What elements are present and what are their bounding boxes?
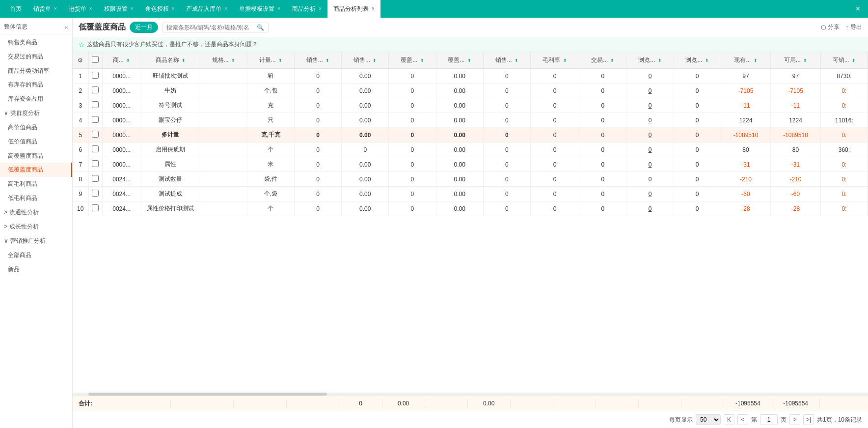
select-all-checkbox[interactable] — [92, 56, 99, 63]
nav-product-analysis-list-close[interactable]: × — [372, 0, 375, 18]
nav-sales[interactable]: 销货单 × — [27, 0, 63, 18]
row-browse1[interactable]: 0 — [626, 172, 674, 187]
nav-product-in-close[interactable]: × — [224, 0, 227, 18]
sidebar-collapse-btn[interactable]: « — [64, 23, 68, 31]
sidebar-item-category-rate[interactable]: 商品分类动销率 — [0, 64, 72, 78]
th-code[interactable]: 商... ⬍ — [102, 52, 141, 69]
sidebar-section-growth-analysis[interactable]: > 成长性分析 — [0, 220, 72, 234]
browse1-link[interactable]: 0 — [649, 205, 652, 212]
sidebar-section-marketing-analysis[interactable]: ∨ 营销推广分析 — [0, 234, 72, 248]
sidebar-item-high-value[interactable]: 高价值商品 — [0, 120, 72, 135]
page-number-input[interactable] — [760, 414, 778, 425]
share-button[interactable]: ⬡ 分享 — [821, 23, 840, 31]
nav-purchase-close[interactable]: × — [89, 0, 92, 18]
browse1-link[interactable]: 0 — [649, 73, 652, 80]
th-unit[interactable]: 计量... ⬍ — [247, 52, 294, 69]
search-input[interactable] — [166, 24, 255, 31]
th-checkbox[interactable] — [88, 52, 102, 69]
row-browse1[interactable]: 0 — [626, 84, 674, 98]
th-sales2[interactable]: 销售... ⬍ — [342, 52, 389, 69]
nav-role[interactable]: 角色授权 × — [139, 0, 181, 18]
browse1-link[interactable]: 0 — [649, 102, 652, 109]
top-navigation: 首页 销货单 × 进货单 × 权限设置 × 角色授权 × 产成品入库单 × 单据… — [0, 0, 868, 18]
th-trade[interactable]: 交易... ⬍ — [579, 52, 626, 69]
th-gross[interactable]: 毛利率 ⬍ — [530, 52, 579, 69]
sidebar-item-all-goods[interactable]: 全部商品 — [0, 248, 72, 262]
th-cover1[interactable]: 覆盖... ⬍ — [389, 52, 436, 69]
sidebar-item-stock-capital[interactable]: 库存资金占用 — [0, 92, 72, 106]
close-all-tabs[interactable]: × — [852, 4, 864, 13]
browse1-link[interactable]: 0 — [649, 161, 652, 168]
browse1-link[interactable]: 0 — [649, 87, 652, 94]
row-checkbox[interactable] — [88, 187, 102, 201]
nav-permission-close[interactable]: × — [131, 0, 134, 18]
browse1-link[interactable]: 0 — [649, 132, 652, 139]
export-button[interactable]: ↑ 导出 — [845, 23, 862, 31]
sidebar-section-group-analysis[interactable]: ∨ 类群度分析 — [0, 106, 72, 120]
nav-product-analysis[interactable]: 商品分析 × — [286, 0, 327, 18]
th-browse1[interactable]: 浏览... ⬍ — [626, 52, 674, 69]
th-saleable[interactable]: 可销... ⬍ — [820, 52, 868, 69]
sidebar-item-high-coverage[interactable]: 高覆盖度商品 — [0, 149, 72, 163]
first-page-button[interactable]: K — [724, 414, 734, 425]
nav-sales-close[interactable]: × — [54, 0, 57, 18]
row-browse1[interactable]: 0 — [626, 69, 674, 84]
th-sales3[interactable]: 销售... ⬍ — [483, 52, 530, 69]
nav-product-analysis-list[interactable]: 商品分析列表 × — [327, 0, 380, 18]
nav-permission[interactable]: 权限设置 × — [98, 0, 139, 18]
search-icon[interactable]: 🔍 — [257, 24, 264, 31]
nav-product-analysis-close[interactable]: × — [319, 0, 322, 18]
row-browse1[interactable]: 0 — [626, 113, 674, 128]
th-gear[interactable]: ⚙ — [73, 52, 88, 69]
browse1-link[interactable]: 0 — [649, 191, 652, 198]
row-checkbox[interactable] — [88, 201, 102, 216]
row-checkbox[interactable] — [88, 98, 102, 113]
sidebar-item-low-coverage[interactable]: 低覆盖度商品 — [0, 163, 72, 177]
row-browse1[interactable]: 0 — [626, 98, 674, 113]
th-available[interactable]: 可用... ⬍ — [771, 52, 821, 69]
sidebar-item-high-margin[interactable]: 高毛利商品 — [0, 177, 72, 191]
th-spec[interactable]: 规格... ⬍ — [200, 52, 247, 69]
sidebar-item-low-value[interactable]: 低价值商品 — [0, 135, 72, 149]
th-cover2[interactable]: 覆盖... ⬍ — [436, 52, 483, 69]
row-browse1[interactable]: 0 — [626, 201, 674, 216]
gear-icon[interactable]: ⚙ — [78, 57, 83, 64]
nav-product-in[interactable]: 产成品入库单 × — [180, 0, 233, 18]
table-wrapper[interactable]: ⚙ 商... ⬍ 商品名称 ⬍ — [73, 52, 868, 393]
th-name[interactable]: 商品名称 ⬍ — [141, 52, 200, 69]
row-browse1[interactable]: 0 — [626, 157, 674, 172]
sidebar-item-new-goods[interactable]: 新品 — [0, 262, 72, 277]
th-sales1[interactable]: 销售... ⬍ — [295, 52, 342, 69]
row-checkbox[interactable] — [88, 113, 102, 128]
sidebar-item-stocked-goods[interactable]: 有库存的商品 — [0, 78, 72, 92]
nav-template[interactable]: 单据模板设置 × — [233, 0, 286, 18]
row-code: 0000... — [102, 69, 141, 84]
browse1-link[interactable]: 0 — [649, 117, 652, 124]
row-checkbox[interactable] — [88, 128, 102, 143]
row-browse1[interactable]: 0 — [626, 128, 674, 143]
row-browse1[interactable]: 0 — [626, 187, 674, 201]
row-checkbox[interactable] — [88, 157, 102, 172]
nav-role-close[interactable]: × — [172, 0, 175, 18]
row-checkbox[interactable] — [88, 143, 102, 157]
sidebar-item-sales-goods[interactable]: 销售类商品 — [0, 35, 72, 50]
nav-purchase[interactable]: 进货单 × — [63, 0, 98, 18]
next-page-button[interactable]: > — [789, 414, 800, 425]
row-checkbox[interactable] — [88, 172, 102, 187]
page-size-select[interactable]: 50 10 20 100 — [696, 414, 721, 425]
th-current[interactable]: 现有... ⬍ — [721, 52, 771, 69]
sidebar-item-traded-goods[interactable]: 交易过的商品 — [0, 50, 72, 64]
nav-home[interactable]: 首页 — [4, 0, 27, 18]
browse1-link[interactable]: 0 — [649, 146, 652, 153]
filter-recent-month[interactable]: 近一月 — [130, 22, 158, 33]
last-page-button[interactable]: >| — [803, 414, 814, 425]
nav-template-close[interactable]: × — [277, 0, 280, 18]
row-checkbox[interactable] — [88, 84, 102, 98]
th-browse2[interactable]: 浏览... ⬍ — [674, 52, 721, 69]
row-browse1[interactable]: 0 — [626, 143, 674, 157]
browse1-link[interactable]: 0 — [649, 176, 652, 183]
sidebar-item-low-margin[interactable]: 低毛利商品 — [0, 191, 72, 205]
sidebar-section-flow-analysis[interactable]: > 流通性分析 — [0, 205, 72, 220]
prev-page-button[interactable]: < — [737, 414, 748, 425]
row-checkbox[interactable] — [88, 69, 102, 84]
